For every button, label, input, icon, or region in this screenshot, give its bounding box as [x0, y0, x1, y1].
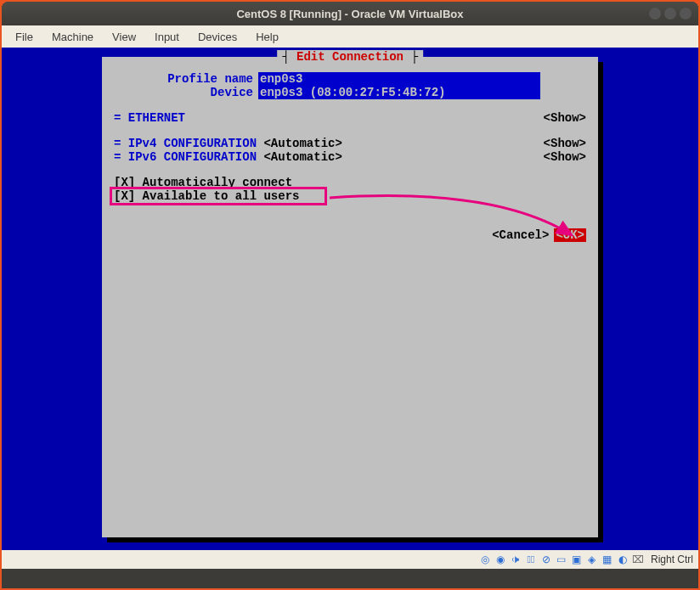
- auto-connect-checkbox[interactable]: [X] Automatically connect: [114, 176, 586, 189]
- ipv4-label[interactable]: = IPv4 CONFIGURATION: [114, 137, 257, 150]
- minimize-icon[interactable]: [649, 8, 661, 20]
- ok-button[interactable]: <OK>: [554, 228, 586, 242]
- ipv4-value[interactable]: <Automatic>: [263, 137, 342, 150]
- ethernet-label[interactable]: = ETHERNET: [114, 111, 185, 125]
- menubar: File Machine View Input Devices Help: [2, 25, 698, 48]
- cancel-button[interactable]: <Cancel>: [492, 228, 549, 242]
- host-key-icon: ⌧: [632, 553, 644, 565]
- menu-input[interactable]: Input: [146, 28, 188, 46]
- window-title: CentOS 8 [Running] - Oracle VM VirtualBo…: [236, 8, 463, 20]
- profile-name-label: Profile name: [114, 72, 258, 86]
- all-users-checkbox[interactable]: [X] Available to all users: [114, 189, 586, 203]
- optical-icon[interactable]: ◉: [494, 553, 506, 565]
- ipv4-row: = IPv4 CONFIGURATION <Automatic> <Show>: [114, 137, 586, 150]
- menu-help[interactable]: Help: [247, 28, 287, 46]
- mouse-icon[interactable]: ◐: [617, 553, 629, 565]
- profile-name-input[interactable]: enp0s3: [258, 72, 540, 86]
- menu-file[interactable]: File: [7, 28, 42, 46]
- statusbar: ◎ ◉ 🕩 �⃣ ⊘ ▭ ▣ ◈ ▦ ◐ ⌧ Right Ctrl: [2, 550, 698, 569]
- maximize-icon[interactable]: [664, 8, 676, 20]
- vm-display-area[interactable]: Edit Connection Profile name enp0s3 Devi…: [2, 48, 698, 550]
- device-label: Device: [114, 86, 258, 99]
- device-input[interactable]: enp0s3 (08:00:27:F5:4B:72): [258, 86, 540, 99]
- network-icon[interactable]: �⃣: [525, 553, 537, 565]
- shared-folders-icon[interactable]: ▭: [556, 553, 567, 565]
- cpu-icon[interactable]: ▦: [601, 553, 613, 565]
- ipv4-show-button[interactable]: <Show>: [544, 137, 586, 150]
- device-row: Device enp0s3 (08:00:27:F5:4B:72): [114, 86, 586, 99]
- dialog-title: Edit Connection: [277, 50, 423, 64]
- usb-icon[interactable]: ⊘: [540, 553, 552, 565]
- ethernet-section: = ETHERNET <Show>: [114, 111, 586, 125]
- audio-icon[interactable]: 🕩: [510, 553, 522, 565]
- hdd-icon[interactable]: ◎: [479, 553, 491, 565]
- dialog-buttons: <Cancel> <OK>: [114, 228, 586, 242]
- ipv6-show-button[interactable]: <Show>: [544, 150, 586, 164]
- titlebar: CentOS 8 [Running] - Oracle VM VirtualBo…: [2, 2, 698, 25]
- ipv6-label[interactable]: = IPv6 CONFIGURATION: [114, 150, 257, 164]
- vm-window: CentOS 8 [Running] - Oracle VM VirtualBo…: [2, 2, 698, 588]
- window-controls: [649, 8, 692, 20]
- close-icon[interactable]: [680, 8, 692, 20]
- recording-icon[interactable]: ◈: [586, 553, 598, 565]
- profile-name-row: Profile name enp0s3: [114, 72, 586, 86]
- nmtui-dialog: Edit Connection Profile name enp0s3 Devi…: [102, 57, 598, 537]
- ipv6-value[interactable]: <Automatic>: [263, 150, 342, 164]
- menu-view[interactable]: View: [104, 28, 144, 46]
- host-key-label: Right Ctrl: [647, 553, 693, 565]
- menu-machine[interactable]: Machine: [43, 28, 102, 46]
- ethernet-show-button[interactable]: <Show>: [544, 111, 586, 125]
- ipv6-row: = IPv6 CONFIGURATION <Automatic> <Show>: [114, 150, 586, 164]
- display-icon[interactable]: ▣: [571, 553, 583, 565]
- menu-devices[interactable]: Devices: [189, 28, 246, 46]
- dialog-content: Profile name enp0s3 Device enp0s3 (08:00…: [102, 57, 598, 257]
